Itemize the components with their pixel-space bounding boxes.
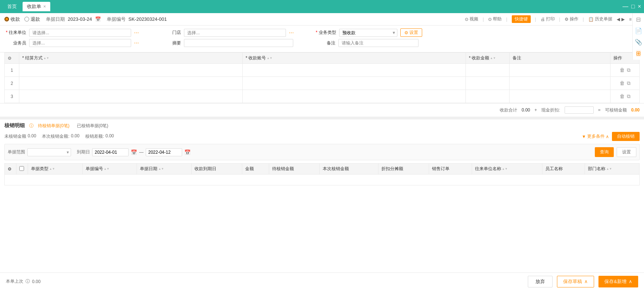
counterpart-label: 往来单位 (4, 30, 26, 36)
row-2-remark[interactable] (510, 77, 610, 90)
sidebar-active-icon[interactable]: ⊞ (636, 50, 641, 57)
th-amount: 金额 (242, 164, 269, 175)
close-btn[interactable]: × (638, 3, 641, 10)
tab-close-icon[interactable]: × (43, 4, 46, 9)
summary-input[interactable] (184, 39, 293, 47)
row-1-account[interactable] (243, 64, 466, 77)
total-label: 收款合计 (500, 107, 517, 113)
store-input[interactable] (184, 29, 286, 37)
auto-reconcile-btn[interactable]: 自动核销 (612, 132, 640, 141)
remark-input[interactable] (338, 39, 419, 47)
sidebar-table-icon[interactable]: ⊟ (636, 16, 641, 23)
operations-btn[interactable]: ⚙ 操作 (565, 16, 578, 22)
help-btn[interactable]: ⊙ 帮助 (488, 16, 502, 22)
tab-active-label: 收款单 (27, 3, 41, 10)
range-select[interactable] (27, 148, 71, 156)
salesperson-ellipsis-btn[interactable]: ··· (134, 40, 139, 46)
store-ellipsis-btn[interactable]: ··· (289, 30, 294, 36)
th-amount: * 收款金额▲▼ (466, 53, 510, 64)
video-btn[interactable]: ⊙ 视频 (465, 16, 478, 22)
view-list-btn[interactable]: ≡ (629, 17, 632, 22)
tab-bar: 首页 收款单 × — □ × (0, 0, 644, 13)
reconcile-empty-row (5, 175, 640, 185)
th-pending-amount: 待核销金额 (269, 164, 320, 175)
nav-right-btn[interactable]: ▶ (621, 17, 625, 22)
pending-tab[interactable]: 待核销单据(0笔) (38, 123, 70, 129)
filter-row: 单据范围 ▾ 到期日 📅 — 📅 查询 设置 (4, 144, 640, 160)
store-label: 门店 (159, 30, 181, 36)
form-row-1: 往来单位 ··· 门店 ··· 业务类型 预收款 ▾ ⚙ 设置 (4, 28, 640, 37)
date-range-dash: — (139, 150, 144, 155)
row-2-settlement[interactable] (19, 77, 243, 90)
tab-active[interactable]: 收款单 × (23, 2, 50, 11)
table-gear-icon[interactable]: ⚙ (8, 56, 12, 61)
row-2-copy-icon[interactable]: ⧉ (627, 80, 631, 86)
radio-tuikuan[interactable]: 退款 (24, 16, 40, 23)
row-3-account[interactable] (243, 90, 466, 103)
row-1-settlement[interactable] (19, 64, 243, 77)
counterpart-input[interactable] (29, 29, 131, 37)
biz-type-label: 业务类型 (314, 30, 336, 36)
row-1-remark[interactable] (510, 64, 610, 77)
row-num-1: 1 (5, 64, 19, 77)
select-all-checkbox[interactable] (19, 166, 24, 171)
row-2-amount[interactable] (466, 77, 510, 90)
date-to-input[interactable] (146, 148, 182, 156)
discount-label: 现金折扣: (541, 107, 560, 113)
tab-bar-left: 首页 收款单 × (3, 2, 50, 11)
row-2-account[interactable] (243, 77, 466, 90)
maximize-btn[interactable]: □ (631, 3, 635, 10)
nav-left-btn[interactable]: ◀ (617, 17, 620, 22)
save-draft-button[interactable]: 保存草稿 ∧ (557, 276, 594, 287)
gear-icon-2[interactable]: ⚙ (8, 166, 12, 172)
footer: 本单上次 ⓘ 0.00 放弃 保存草稿 ∧ 保存&新增 ∧ (0, 273, 644, 290)
date-from-calendar-icon[interactable]: 📅 (131, 149, 137, 155)
settings-button[interactable]: ⚙ 设置 (400, 28, 422, 37)
row-num-3: 3 (5, 90, 19, 103)
counterpart-ellipsis-btn[interactable]: ··· (134, 30, 139, 36)
toolbar-right: ⊙ 视频 | ⊙ 帮助 | 快捷键 | 🖨 打印 | ⚙ 操作 | 📋 历史单据… (465, 15, 640, 23)
row-3-remark[interactable] (510, 90, 610, 103)
tab-home[interactable]: 首页 (3, 2, 21, 11)
date-to-calendar-icon[interactable]: 📅 (184, 149, 191, 155)
completed-tab[interactable]: 已核销单据(0笔) (77, 123, 109, 129)
row-3-settlement[interactable] (19, 90, 243, 103)
footer-info-icon[interactable]: ⓘ (25, 278, 30, 285)
filter-settings-button[interactable]: 设置 (617, 147, 636, 157)
more-conditions-btn[interactable]: ▼ 更多条件 ∧ (582, 133, 609, 140)
sidebar-doc-icon[interactable]: 📄 (635, 27, 642, 34)
th-settlement: * 结算方式▲▼ (19, 53, 243, 64)
history-btn[interactable]: 📋 历史单据 (588, 16, 612, 22)
row-1-amount[interactable] (466, 64, 510, 77)
row-3-amount[interactable] (466, 90, 510, 103)
unverified-stat: 未核销金额 0.00 (4, 133, 36, 140)
radio-shoukuan[interactable]: 收款 (4, 16, 20, 23)
th-employee: 员工名称 (542, 164, 585, 175)
stats-right: ▼ 更多条件 ∧ 自动核销 (582, 132, 640, 141)
main-content: 收款 退款 单据日期 2023-03-24 📅 单据编号 SK-20230324… (0, 13, 644, 290)
abandon-button[interactable]: 放弃 (528, 276, 553, 287)
biz-type-select[interactable]: 预收款 (339, 29, 397, 37)
save-new-button[interactable]: 保存&新增 ∧ (598, 276, 638, 287)
date-from-input[interactable] (92, 148, 129, 156)
discount-input[interactable] (565, 106, 594, 114)
row-3-actions: 🗑 ⧉ (610, 90, 640, 103)
print-btn[interactable]: 🖨 打印 (541, 16, 555, 22)
row-2-delete-icon[interactable]: 🗑 (620, 80, 625, 86)
minimize-btn[interactable]: — (623, 3, 628, 10)
this-doc-label: 本单上次 (6, 278, 23, 285)
sidebar-attachment-icon[interactable]: 📎 (635, 39, 642, 46)
row-1-delete-icon[interactable]: 🗑 (620, 67, 625, 73)
row-3-copy-icon[interactable]: ⧉ (627, 93, 631, 99)
salesperson-label: 业务员 (4, 40, 26, 46)
salesperson-input[interactable] (29, 39, 131, 47)
reconcile-info-icon[interactable]: ⓘ (29, 123, 34, 129)
th-counterpart: 往来单位名称▲▼ (472, 164, 542, 175)
shortcut-btn[interactable]: 快捷键 (512, 15, 531, 23)
query-button[interactable]: 查询 (595, 147, 614, 157)
row-3-delete-icon[interactable]: 🗑 (620, 93, 625, 99)
row-1-copy-icon[interactable]: ⧉ (627, 67, 631, 73)
footer-value: 0.00 (32, 279, 40, 284)
filter-actions: 查询 设置 (595, 147, 636, 157)
calendar-icon[interactable]: 📅 (95, 16, 101, 22)
